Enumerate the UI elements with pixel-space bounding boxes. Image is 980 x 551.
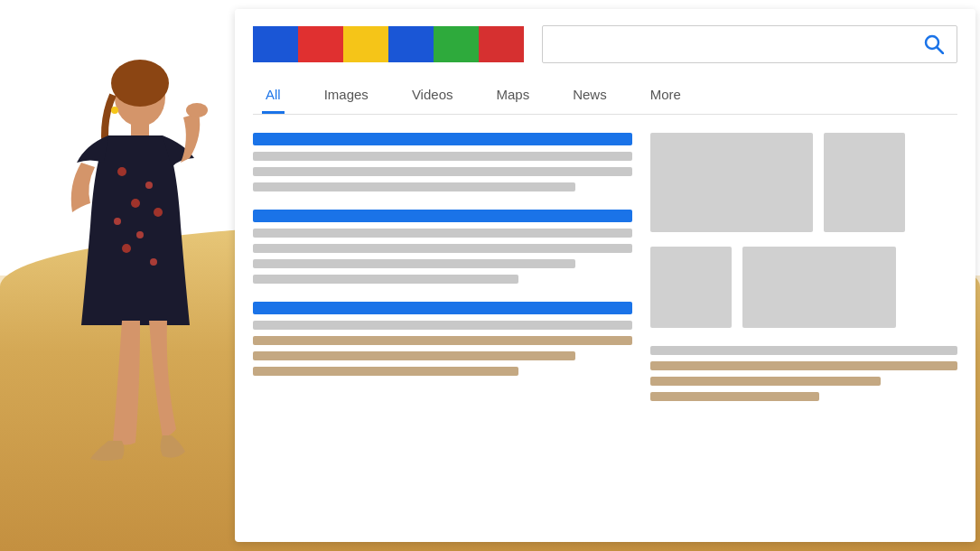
logo-block-yellow — [343, 26, 388, 62]
results-column — [253, 133, 632, 401]
svg-point-3 — [117, 167, 126, 176]
tab-images[interactable]: Images — [321, 78, 372, 114]
right-lines — [650, 342, 957, 401]
thumbnail-sq-2[interactable] — [742, 247, 896, 328]
right-line — [650, 361, 957, 370]
result-line — [253, 167, 632, 176]
search-panel: All Images Videos Maps News More — [235, 9, 975, 542]
person-figure — [0, 27, 244, 551]
thumb-row-2 — [650, 247, 957, 328]
search-icon — [924, 34, 944, 54]
svg-point-12 — [111, 107, 118, 114]
content-area — [235, 115, 975, 419]
logo-block-green — [434, 26, 479, 62]
search-input[interactable] — [552, 36, 920, 52]
result-item-2 — [253, 210, 632, 284]
tab-maps[interactable]: Maps — [492, 78, 533, 114]
thumbnails-column — [650, 133, 957, 401]
result-line — [253, 229, 632, 238]
svg-point-10 — [150, 258, 157, 266]
thumb-row-1 — [650, 133, 957, 232]
result-line — [253, 152, 632, 161]
result-line — [253, 351, 575, 360]
svg-line-14 — [938, 48, 944, 54]
thumbnail-sq-1[interactable] — [650, 247, 732, 328]
logo — [253, 26, 524, 62]
result-item-3 — [253, 302, 632, 376]
tab-videos[interactable]: Videos — [408, 78, 457, 114]
svg-point-7 — [154, 208, 163, 217]
search-header: All Images Videos Maps News More — [235, 9, 975, 115]
result-title-3[interactable] — [253, 302, 632, 314]
result-line — [253, 367, 518, 376]
result-line — [253, 244, 632, 253]
thumbnail-small-1[interactable] — [824, 133, 905, 232]
svg-point-4 — [145, 182, 153, 189]
thumbnail-large-1[interactable] — [650, 133, 813, 232]
svg-point-1 — [111, 60, 169, 107]
right-line — [650, 377, 881, 386]
logo-block-blue2 — [388, 26, 434, 62]
result-line — [253, 182, 575, 191]
right-line — [650, 392, 819, 401]
result-title-1[interactable] — [253, 133, 632, 145]
right-line — [650, 346, 957, 355]
result-line — [253, 275, 518, 284]
search-button[interactable] — [920, 31, 947, 58]
header-top — [253, 25, 957, 63]
svg-point-11 — [186, 103, 208, 117]
logo-block-red — [298, 26, 343, 62]
result-item-1 — [253, 133, 632, 191]
tab-all[interactable]: All — [262, 78, 285, 114]
tab-news[interactable]: News — [569, 78, 611, 114]
logo-block-blue1 — [253, 26, 298, 62]
result-line — [253, 321, 632, 330]
svg-point-8 — [136, 231, 144, 238]
result-line — [253, 259, 575, 268]
tab-more[interactable]: More — [647, 78, 685, 114]
svg-point-9 — [122, 244, 131, 253]
nav-tabs: All Images Videos Maps News More — [253, 78, 957, 115]
result-line — [253, 336, 632, 345]
result-title-2[interactable] — [253, 210, 632, 222]
svg-point-5 — [131, 199, 140, 208]
person-svg — [23, 45, 221, 551]
svg-point-6 — [114, 218, 121, 225]
search-bar[interactable] — [542, 25, 957, 63]
logo-block-red2 — [479, 26, 524, 62]
